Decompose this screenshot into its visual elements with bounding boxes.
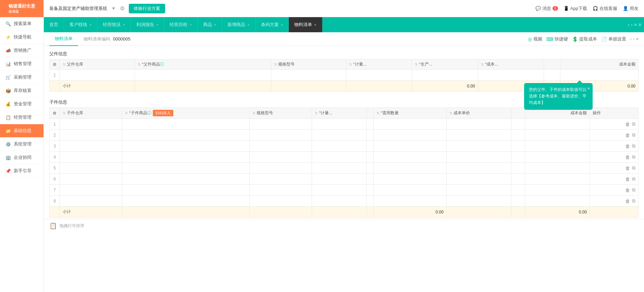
copy-icon-row-8[interactable]: ⧉ [632,198,635,204]
child-row-7-warehouse[interactable] [60,185,122,196]
copy-icon-row-6[interactable]: ⧉ [632,176,635,182]
tooltip-close-icon[interactable]: × [587,85,590,92]
message-button[interactable]: 💬 消息 6 [535,5,558,12]
sidebar-item-operation[interactable]: 📋 经营管理 [0,111,44,124]
tab-bom-close[interactable]: × [314,23,316,27]
delete-icon-row-8[interactable]: 🗑 [625,198,630,204]
tab-products-close[interactable]: × [214,23,216,27]
delete-icon-row-1[interactable]: 🗑 [625,121,630,127]
child-row-1-unit-cost[interactable] [446,119,511,130]
unit-sort-icon[interactable]: ⇅ [349,62,352,66]
copy-icon-row-3[interactable]: ⧉ [632,143,635,149]
child-row-8-spec[interactable] [250,196,312,207]
child-row-2-product[interactable] [122,130,250,141]
child-row-6-unit[interactable] [312,174,367,185]
child-row-8-warehouse[interactable] [60,196,122,207]
sub-tab-bom[interactable]: 物料清单 [49,32,78,46]
view-action[interactable]: ◎ 视频 [528,36,542,42]
child-row-4-unit-cost[interactable] [446,152,511,163]
child-row-5-spec[interactable] [250,163,312,174]
prod-sort-icon[interactable]: ⇅ [415,62,418,66]
child-row-4-unit[interactable] [312,152,367,163]
sidebar-search-item[interactable]: 🔍 搜索菜单 [0,17,44,31]
copy-icon-row-7[interactable]: ⧉ [632,187,635,193]
parent-row-1-warehouse[interactable] [60,70,135,81]
child-row-6-quantity[interactable] [374,174,447,185]
sidebar-item-inventory[interactable]: 📦 库存核算 [0,84,44,97]
extract-cost-action[interactable]: 💲 提取成本 [572,36,597,42]
tab-barcode-plan[interactable]: 条码方案 × [256,17,289,32]
spec-sort-icon[interactable]: ⇅ [274,62,277,66]
child-unit-sort[interactable]: ⇅ [315,111,318,115]
child-row-5-unit[interactable] [312,163,367,174]
app-download-button[interactable]: 📱 App下载 [564,5,587,12]
child-row-3-quantity[interactable] [374,141,447,152]
child-row-8-unit-cost[interactable] [446,196,511,207]
tab-profit-close[interactable]: × [156,23,158,27]
child-warehouse-sort[interactable]: ⇅ [63,111,65,115]
child-row-4-warehouse[interactable] [60,152,122,163]
tab-new-product[interactable]: 新增商品 × [222,17,255,32]
tab-barcode-close[interactable]: × [281,23,283,27]
delete-icon-row-5[interactable]: 🗑 [625,165,630,171]
child-row-2-quantity[interactable] [374,130,447,141]
child-row-1-spec[interactable] [250,119,312,130]
parent-row-1-cost[interactable] [478,70,544,81]
scan-button[interactable]: 扫码录入 [153,110,173,116]
delete-icon-row-2[interactable]: 🗑 [625,132,630,138]
delete-icon-row-4[interactable]: 🗑 [625,154,630,160]
sidebar-item-enterprise[interactable]: 🏢 企业协同 [0,151,44,164]
parent-col-settings[interactable]: ⚙ [50,59,60,70]
child-row-2-warehouse[interactable] [60,130,122,141]
child-row-7-product[interactable] [122,185,250,196]
copy-icon-row-1[interactable]: ⧉ [632,121,635,127]
child-row-7-quantity[interactable] [374,185,447,196]
child-row-1-warehouse[interactable] [60,119,122,130]
child-row-6-spec[interactable] [250,174,312,185]
child-row-3-warehouse[interactable] [60,141,122,152]
list-view-icon[interactable]: ≡ [636,36,639,42]
copy-icon-row-4[interactable]: ⧉ [632,154,635,160]
sidebar-item-purchase[interactable]: 🛒 采购管理 [0,71,44,84]
child-cost-sort[interactable]: ⇅ [449,111,452,115]
sidebar-item-sales[interactable]: 📊 销售管理 [0,57,44,71]
child-row-8-product[interactable] [122,196,250,207]
warehouse-sort-icon[interactable]: ⇅ [63,62,65,66]
child-row-1-unit[interactable] [312,119,367,130]
shortcut-action[interactable]: ⌨ 快捷键 [546,36,568,42]
trial-button[interactable]: 体验行业方案 [129,4,165,13]
single-settings-action[interactable]: 📄 单据设置 [601,36,626,42]
parent-row-1-product[interactable] [135,70,271,81]
user-button[interactable]: 👤 用友 [623,5,639,12]
page-next-icon[interactable]: › [633,36,634,42]
service-button[interactable]: 🎧 在线客服 [593,5,617,12]
sidebar-item-finance[interactable]: 💰 资金管理 [0,97,44,111]
child-row-2-spec[interactable] [250,130,312,141]
tab-new-product-close[interactable]: × [247,23,249,27]
parent-row-1-unit[interactable] [346,70,412,81]
child-row-3-product[interactable] [122,141,250,152]
tab-op-status-close[interactable]: × [123,23,125,27]
child-row-3-spec[interactable] [250,141,312,152]
tab-customers[interactable]: 客户联络 × [64,17,97,32]
child-row-5-unit-cost[interactable] [446,163,511,174]
child-row-6-unit-cost[interactable] [446,174,511,185]
child-row-7-unit-cost[interactable] [446,185,511,196]
child-row-4-product[interactable] [122,152,250,163]
parent-row-1-production[interactable] [412,70,478,81]
product-sort-icon[interactable]: ⇅ [138,62,140,66]
tab-bom-list[interactable]: 物料清单 × [289,17,322,32]
sidebar-item-guide[interactable]: 📌 新手引导 [0,164,44,178]
child-qty-sort[interactable]: ⇅ [376,111,379,115]
delete-icon-row-3[interactable]: 🗑 [625,143,630,149]
child-row-1-product[interactable] [122,119,250,130]
tab-operation-status[interactable]: 经营情况 × [97,17,131,32]
child-row-4-spec[interactable] [250,152,312,163]
child-spec-sort[interactable]: ⇅ [252,111,255,115]
child-row-2-unit[interactable] [312,130,367,141]
nav-next-icon[interactable]: › [631,22,633,27]
child-row-5-warehouse[interactable] [60,163,122,174]
copy-icon-row-5[interactable]: ⧉ [632,165,635,171]
parent-row-1-spec[interactable] [271,70,346,81]
child-row-8-unit[interactable] [312,196,367,207]
